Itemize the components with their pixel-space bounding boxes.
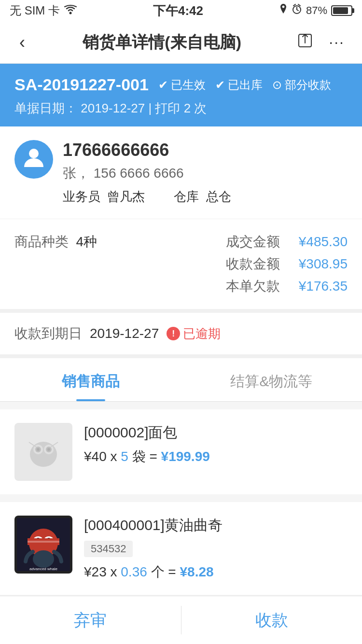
trade-amount-value: ¥485.30 (290, 234, 348, 250)
qty-1: 5 (121, 449, 128, 464)
person-icon (22, 146, 45, 173)
check-icon-1: ✔ (158, 78, 168, 92)
received-amount-row: 收款金额 ¥308.95 (226, 255, 348, 273)
product-types-value: 4种 (76, 234, 97, 249)
svg-rect-22 (28, 541, 59, 543)
location-icon (279, 4, 288, 17)
avatar (14, 140, 53, 179)
product-price-2: ¥23 x 0.36 个 = ¥8.28 (84, 563, 348, 581)
customer-info: 17666666666 张， 156 6666 6666 业务员 曾凡杰 仓库 … (63, 140, 348, 205)
badge-active-label: 已生效 (171, 77, 206, 93)
svg-point-5 (29, 149, 39, 158)
received-amount-label: 收款金额 (226, 255, 280, 273)
back-button[interactable]: ‹ (14, 28, 30, 57)
alarm-icon (292, 4, 302, 17)
due-date-label: 收款到期日 (14, 324, 82, 343)
clock-icon: ⊙ (272, 78, 282, 92)
svg-point-23 (33, 550, 54, 568)
due-amount-value: ¥176.35 (290, 279, 348, 294)
svg-point-0 (70, 12, 72, 14)
doc-date-value: 2019-12-27 (81, 101, 145, 115)
more-icon[interactable]: ··· (326, 30, 348, 54)
received-amount-value: ¥308.95 (290, 256, 348, 272)
qty-2: 0.36 (121, 564, 147, 579)
status-left: 无 SIM 卡 (10, 3, 77, 18)
header-banner: SA-20191227-001 ✔ 已生效 ✔ 已出库 ⊙ 部分收款 单据日期：… (0, 64, 362, 126)
status-bar: 无 SIM 卡 下午4:42 87 (0, 0, 362, 21)
trade-amount-row: 成交金额 ¥485.30 (226, 233, 348, 251)
product-batch-2: 534532 (84, 541, 133, 557)
product-types: 商品种类 4种 (14, 233, 97, 295)
product-price-1: ¥40 x 5 袋 = ¥199.99 (84, 448, 348, 466)
list-item: [0000002]面包 ¥40 x 5 袋 = ¥199.99 (0, 409, 362, 494)
nav-actions: ··· (294, 29, 348, 55)
product-name-1: [0000002]面包 (84, 423, 348, 443)
customer-section: 17666666666 张， 156 6666 6666 业务员 曾凡杰 仓库 … (0, 126, 362, 219)
salesperson-label: 业务员 曾凡杰 (63, 188, 145, 205)
badge-shipped-label: 已出库 (228, 77, 263, 93)
total-2: ¥8.28 (180, 564, 213, 579)
due-amount-row: 本单欠款 ¥176.35 (226, 277, 348, 295)
wifi-icon (64, 4, 77, 17)
customer-name-phone: 张， 156 6666 6666 (63, 164, 348, 182)
customer-meta: 业务员 曾凡杰 仓库 总仓 (63, 188, 348, 205)
due-date-value: 2019-12-27 (90, 326, 159, 341)
badge-active: ✔ 已生效 (158, 77, 206, 93)
share-icon[interactable] (294, 29, 316, 55)
doc-date-label: 单据日期： (14, 101, 77, 115)
total-1: ¥199.99 (161, 449, 210, 464)
customer-phone-number: 156 6666 6666 (94, 166, 184, 181)
svg-point-12 (47, 448, 50, 451)
status-right: 87% (279, 4, 352, 17)
nav-bar: ‹ 销货单详情(来自电脑) ··· (0, 21, 362, 64)
battery-text: 87% (306, 4, 327, 17)
tab-settlement[interactable]: 结算&物流等 (181, 358, 362, 401)
customer-id: 17666666666 (63, 140, 348, 160)
check-icon-2: ✔ (215, 78, 225, 92)
amounts: 成交金额 ¥485.30 收款金额 ¥308.95 本单欠款 ¥176.35 (226, 233, 348, 295)
product-details-2: [000400001]黄油曲奇 534532 ¥23 x 0.36 个 = ¥8… (84, 516, 348, 581)
price-2: ¥23 (84, 564, 107, 579)
badge-partial-label: 部分收款 (285, 77, 331, 93)
product-thumb-2: advanced whale (14, 516, 72, 574)
status-time: 下午4:42 (153, 2, 203, 19)
carrier-text: 无 SIM 卡 (10, 3, 60, 18)
print-info: | 打印 2 次 (148, 101, 207, 115)
overdue-label: 已逾期 (183, 325, 221, 342)
trade-amount-label: 成交金额 (226, 233, 280, 251)
warehouse-value: 总仓 (206, 189, 231, 204)
due-amount-label: 本单欠款 (226, 277, 280, 295)
customer-name: 张， (63, 166, 90, 181)
svg-line-3 (297, 10, 298, 11)
product-types-label: 商品种类 (14, 234, 69, 249)
confirm-button[interactable]: 收款 (181, 596, 362, 644)
product-details-1: [0000002]面包 ¥40 x 5 袋 = ¥199.99 (84, 423, 348, 466)
battery-icon (331, 5, 352, 16)
badge-partial: ⊙ 部分收款 (272, 77, 331, 93)
salesperson-value: 曾凡杰 (107, 189, 145, 204)
product-name-2: [000400001]黄油曲奇 (84, 516, 348, 535)
price-1: ¥40 (84, 449, 107, 464)
doc-date-row: 单据日期： 2019-12-27 | 打印 2 次 (14, 100, 348, 117)
warehouse-label: 仓库 总仓 (174, 188, 231, 205)
tab-products[interactable]: 销售商品 (0, 358, 181, 401)
order-id: SA-20191227-001 (14, 75, 149, 94)
product-thumb-1 (14, 423, 72, 481)
svg-text:advanced whale: advanced whale (29, 567, 57, 571)
overdue-badge: ! 已逾期 (167, 325, 221, 342)
summary-section: 商品种类 4种 成交金额 ¥485.30 收款金额 ¥308.95 本单欠款 ¥… (0, 219, 362, 313)
list-item: advanced whale [000400001]黄油曲奇 534532 ¥2… (0, 502, 362, 595)
bottom-bar: 弃审 收款 (0, 596, 362, 644)
badge-shipped: ✔ 已出库 (215, 77, 263, 93)
due-date-section: 收款到期日 2019-12-27 ! 已逾期 (0, 313, 362, 358)
tabs-bar: 销售商品 结算&物流等 (0, 358, 362, 402)
cancel-button[interactable]: 弃审 (0, 596, 181, 644)
overdue-icon: ! (167, 327, 180, 340)
page-title: 销货单详情(来自电脑) (83, 31, 241, 54)
svg-point-11 (37, 448, 40, 451)
